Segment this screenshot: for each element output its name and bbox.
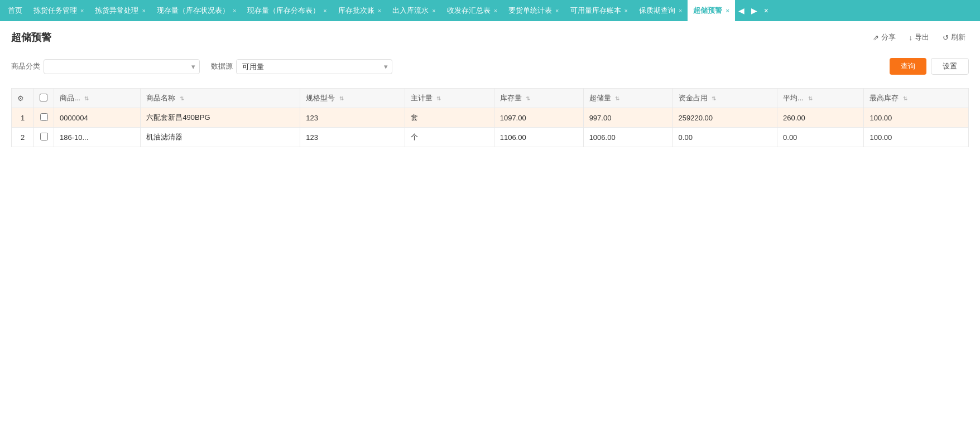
nav-close-stock-dist[interactable]: ×: [323, 7, 326, 14]
cell-product-code-2: 186-10...: [54, 128, 141, 147]
nav-item-order-stats[interactable]: 要货单统计表 ×: [503, 0, 564, 21]
nav-item-quality-check[interactable]: 保质期查询 ×: [633, 0, 688, 21]
refresh-button[interactable]: ↺ 刷新: [939, 30, 969, 45]
nav-item-batch[interactable]: 库存批次账 ×: [333, 0, 387, 21]
sort-max-stock-icon: ⇅: [903, 95, 907, 101]
row-num-2: 2: [12, 128, 34, 147]
nav-close-abnormal[interactable]: ×: [142, 7, 145, 14]
cell-stock-1: 1097.00: [494, 108, 583, 128]
filter-category: 商品分类: [11, 59, 200, 74]
cell-avg-2: 0.00: [777, 128, 864, 147]
sort-avg-icon: ⇅: [808, 95, 813, 101]
cell-product-name-1: 六配套新昌490BPG: [141, 108, 300, 128]
header-actions: ⇗ 分享 ↓ 导出 ↺ 刷新: [869, 30, 969, 45]
nav-item-abnormal[interactable]: 拣货异常处理 ×: [89, 0, 151, 21]
sort-product-name-icon: ⇅: [180, 95, 184, 101]
table-header-row: ⚙ 商品... ⇅ 商品名称 ⇅ 规格型号 ⇅ 主计量: [12, 89, 969, 108]
select-all-checkbox[interactable]: [40, 94, 47, 101]
share-icon: ⇗: [873, 33, 879, 42]
th-product-name[interactable]: 商品名称 ⇅: [141, 89, 300, 108]
sort-capital-icon: ⇅: [712, 95, 716, 101]
th-product-code[interactable]: 商品... ⇅: [54, 89, 141, 108]
cell-stock-2: 1106.00: [494, 128, 583, 147]
nav-close-overstock-warning[interactable]: ×: [726, 7, 729, 14]
nav-arrow-more[interactable]: ×: [761, 0, 772, 21]
cell-capital-2: 0.00: [672, 128, 777, 147]
row-checkbox-1[interactable]: [34, 108, 54, 128]
cell-unit-2: 个: [405, 128, 494, 147]
settings-button[interactable]: 设置: [931, 58, 969, 75]
cell-spec-1: 123: [300, 108, 405, 128]
nav-arrow-right[interactable]: ▶: [748, 0, 761, 21]
th-settings[interactable]: ⚙: [12, 89, 34, 108]
row-num-1: 1: [12, 108, 34, 128]
page-title: 超储预警: [11, 31, 51, 44]
nav-bar: 首页 拣货任务管理 × 拣货异常处理 × 现存量（库存状况表） × 现存量（库存…: [0, 0, 980, 21]
th-unit[interactable]: 主计量 ⇅: [405, 89, 494, 108]
export-icon: ↓: [909, 33, 913, 42]
filter-actions: 查询 设置: [890, 58, 969, 75]
nav-close-inout-flow[interactable]: ×: [432, 7, 435, 14]
nav-item-overstock-warning[interactable]: 超储预警 ×: [688, 0, 734, 21]
nav-close-available-acct[interactable]: ×: [624, 7, 628, 14]
nav-close-stock-status[interactable]: ×: [233, 7, 236, 14]
refresh-icon: ↺: [943, 33, 949, 42]
table-row: 2 186-10... 机油滤清器 123 个 1106.00 1006.00 …: [12, 128, 969, 147]
th-capital[interactable]: 资金占用 ⇅: [672, 89, 777, 108]
cell-product-code-1: 0000004: [54, 108, 141, 128]
nav-item-inout-flow[interactable]: 出入库流水 ×: [387, 0, 441, 21]
query-button[interactable]: 查询: [890, 58, 926, 75]
cell-overstock-1: 997.00: [583, 108, 672, 128]
nav-close-task-mgmt[interactable]: ×: [80, 7, 84, 14]
share-button[interactable]: ⇗ 分享: [869, 30, 899, 45]
th-overstock[interactable]: 超储量 ⇅: [583, 89, 672, 108]
category-select[interactable]: [44, 59, 200, 74]
datasource-select-wrapper: 可用量 实际库存: [236, 59, 392, 74]
nav-item-stock-status[interactable]: 现存量（库存状况表） ×: [151, 0, 242, 21]
main-content: 超储预警 ⇗ 分享 ↓ 导出 ↺ 刷新 商品分类: [0, 21, 980, 446]
category-label: 商品分类: [11, 61, 40, 71]
th-spec[interactable]: 规格型号 ⇅: [300, 89, 405, 108]
gear-icon: ⚙: [17, 94, 24, 103]
sort-unit-icon: ⇅: [436, 95, 441, 101]
sort-product-code-icon: ⇅: [84, 95, 89, 101]
nav-close-batch[interactable]: ×: [378, 7, 381, 14]
cell-max-stock-2: 100.00: [864, 128, 969, 147]
export-button[interactable]: ↓ 导出: [906, 30, 933, 45]
filter-bar: 商品分类 数据源 可用量 实际库存 查询 设置: [11, 54, 969, 79]
filter-datasource: 数据源 可用量 实际库存: [211, 59, 392, 74]
checkbox-1[interactable]: [40, 113, 48, 121]
nav-arrow-left[interactable]: ◀: [735, 0, 748, 21]
datasource-select[interactable]: 可用量 实际库存: [236, 59, 392, 74]
cell-avg-1: 260.00: [777, 108, 864, 128]
page-header: 超储预警 ⇗ 分享 ↓ 导出 ↺ 刷新: [11, 30, 969, 45]
nav-item-stock-dist[interactable]: 现存量（库存分布表） ×: [242, 0, 332, 21]
nav-item-recv-summary[interactable]: 收发存汇总表 ×: [441, 0, 503, 21]
row-checkbox-2[interactable]: [34, 128, 54, 147]
cell-spec-2: 123: [300, 128, 405, 147]
sort-spec-icon: ⇅: [339, 95, 344, 101]
data-table: ⚙ 商品... ⇅ 商品名称 ⇅ 规格型号 ⇅ 主计量: [11, 88, 969, 147]
nav-item-task-mgmt[interactable]: 拣货任务管理 ×: [28, 0, 89, 21]
nav-close-quality-check[interactable]: ×: [679, 7, 682, 14]
nav-item-home[interactable]: 首页: [2, 0, 28, 21]
checkbox-2[interactable]: [40, 133, 48, 140]
th-stock[interactable]: 库存量 ⇅: [494, 89, 583, 108]
nav-close-order-stats[interactable]: ×: [555, 7, 559, 14]
datasource-label: 数据源: [211, 61, 233, 71]
nav-close-recv-summary[interactable]: ×: [494, 7, 497, 14]
cell-overstock-2: 1006.00: [583, 128, 672, 147]
cell-unit-1: 套: [405, 108, 494, 128]
th-avg[interactable]: 平均... ⇅: [777, 89, 864, 108]
th-checkbox: [34, 89, 54, 108]
cell-product-name-2: 机油滤清器: [141, 128, 300, 147]
category-select-wrapper: [44, 59, 200, 74]
th-max-stock[interactable]: 最高库存 ⇅: [864, 89, 969, 108]
cell-max-stock-1: 100.00: [864, 108, 969, 128]
table-row: 1 0000004 六配套新昌490BPG 123 套 1097.00 997.…: [12, 108, 969, 128]
nav-item-available-acct[interactable]: 可用量库存账本 ×: [565, 0, 633, 21]
sort-stock-icon: ⇅: [526, 95, 530, 101]
cell-capital-1: 259220.00: [672, 108, 777, 128]
sort-overstock-icon: ⇅: [615, 95, 619, 101]
